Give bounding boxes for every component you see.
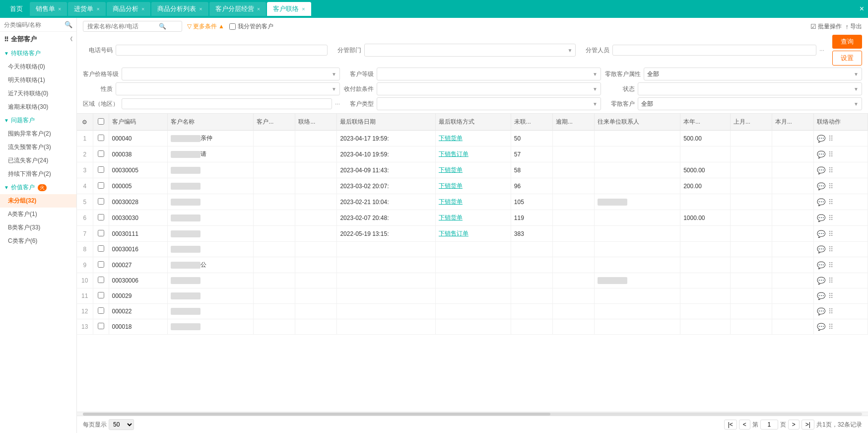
chat-icon[interactable]: 💬 bbox=[817, 150, 825, 158]
chat-icon[interactable]: 💬 bbox=[817, 166, 825, 174]
row-checkbox[interactable] bbox=[98, 182, 104, 189]
first-page-btn[interactable]: |< bbox=[724, 420, 737, 430]
th-checkbox[interactable] bbox=[93, 114, 109, 131]
reset-button[interactable]: 设置 bbox=[832, 51, 862, 66]
row-checkbox[interactable] bbox=[98, 261, 104, 268]
th-last-method[interactable]: 最后联络方式 bbox=[435, 114, 511, 131]
last-contact-method[interactable]: 下销售订单 bbox=[435, 146, 511, 162]
chat-icon[interactable]: 💬 bbox=[817, 182, 825, 190]
scrollbar-row[interactable] bbox=[77, 412, 868, 416]
sidebar-group-pending[interactable]: ▼ 待联络客户 bbox=[0, 47, 76, 60]
close-icon[interactable]: × bbox=[257, 6, 260, 12]
next-page-btn[interactable]: > bbox=[788, 420, 800, 430]
sidebar-item-churn-warn[interactable]: 流失预警客户(3) bbox=[0, 141, 76, 154]
chat-icon[interactable]: 💬 bbox=[817, 292, 825, 300]
sidebar-group-value[interactable]: ▼ 价值客户 火 bbox=[0, 181, 76, 194]
last-contact-method[interactable]: 下销货单 bbox=[435, 131, 511, 146]
last-contact-method[interactable] bbox=[435, 289, 511, 304]
sidebar-group-problem[interactable]: ▼ 问题客户 bbox=[0, 114, 76, 127]
customer-type-select[interactable]: ▼ bbox=[377, 97, 601, 110]
chat-icon[interactable]: 💬 bbox=[817, 323, 825, 331]
row-checkbox[interactable] bbox=[98, 323, 104, 329]
row-checkbox[interactable] bbox=[98, 292, 104, 298]
nav-tab-customer-contact[interactable]: 客户联络 × bbox=[267, 2, 311, 16]
close-all-icon[interactable]: × bbox=[860, 4, 864, 13]
prev-page-btn[interactable]: < bbox=[739, 420, 750, 430]
th-name[interactable]: 客户名称 bbox=[168, 114, 254, 131]
chat-icon[interactable]: 💬 bbox=[817, 230, 825, 238]
sidebar-item-churned[interactable]: 已流失客户(24) bbox=[0, 154, 76, 167]
sidebar-item-today[interactable]: 今天待联络(0) bbox=[0, 60, 76, 73]
sidebar-item-class-b[interactable]: B类客户(33) bbox=[0, 221, 76, 234]
page-size-select[interactable]: 50 20 100 bbox=[109, 419, 134, 430]
sidebar-all-customers[interactable]: ⠿ 全部客户 《 bbox=[0, 32, 76, 47]
method-link[interactable]: 下销售订单 bbox=[439, 150, 468, 157]
close-icon[interactable]: × bbox=[302, 6, 305, 12]
row-checkbox[interactable] bbox=[98, 166, 104, 173]
last-contact-method[interactable]: 下销货单 bbox=[435, 162, 511, 178]
last-contact-method[interactable] bbox=[435, 319, 511, 335]
nav-home[interactable]: 首页 bbox=[4, 4, 29, 13]
region-input[interactable] bbox=[122, 98, 332, 109]
last-page-btn[interactable]: >| bbox=[801, 420, 814, 430]
query-button[interactable]: 查询 bbox=[832, 35, 862, 49]
nav-tab-sales[interactable]: 销售单 × bbox=[30, 2, 67, 16]
th-code[interactable]: 客户编码 bbox=[109, 114, 168, 131]
grid-icon[interactable]: ⠿ bbox=[828, 150, 833, 158]
sidebar-item-overdue[interactable]: 逾期未联络(30) bbox=[0, 100, 76, 114]
th-overdue[interactable]: 逾期... bbox=[552, 114, 594, 131]
method-link[interactable]: 下销货单 bbox=[439, 135, 463, 142]
export-btn[interactable]: ↑ 导出 bbox=[846, 22, 863, 31]
batch-ops-btn[interactable]: ☑ 批量操作 bbox=[810, 22, 842, 31]
search-icon[interactable]: 🔍 bbox=[65, 21, 72, 28]
chat-icon[interactable]: 💬 bbox=[817, 198, 825, 206]
method-link[interactable]: 下销货单 bbox=[439, 214, 463, 221]
last-contact-method[interactable] bbox=[435, 304, 511, 319]
sidebar-item-class-a[interactable]: A类客户(1) bbox=[0, 208, 76, 221]
grid-icon[interactable]: ⠿ bbox=[828, 292, 833, 300]
sidebar-item-ungrouped[interactable]: 未分组(32) bbox=[0, 194, 76, 208]
method-link[interactable]: 下销货单 bbox=[439, 166, 463, 173]
last-contact-method[interactable]: 下销售订单 bbox=[435, 226, 511, 242]
row-checkbox[interactable] bbox=[98, 150, 104, 157]
sidebar-item-class-c[interactable]: C类客户(6) bbox=[0, 234, 76, 248]
th-last-month[interactable]: 上月... bbox=[730, 114, 772, 131]
row-checkbox[interactable] bbox=[98, 135, 104, 141]
row-checkbox[interactable] bbox=[98, 230, 104, 236]
method-link[interactable]: 下销货单 bbox=[439, 182, 463, 189]
th-this-month[interactable]: 本月... bbox=[772, 114, 813, 131]
close-icon[interactable]: × bbox=[141, 6, 144, 12]
grid-icon[interactable]: ⠿ bbox=[828, 214, 833, 222]
more-icon[interactable]: ··· bbox=[819, 47, 824, 54]
method-link[interactable]: 下销货单 bbox=[439, 198, 463, 205]
row-checkbox[interactable] bbox=[98, 245, 104, 252]
search-icon[interactable]: 🔍 bbox=[159, 23, 166, 30]
sidebar-item-declining[interactable]: 持续下滑客户(2) bbox=[0, 167, 76, 181]
grid-icon[interactable]: ⠿ bbox=[828, 198, 833, 206]
th-contact[interactable]: 联络... bbox=[295, 114, 337, 131]
method-link[interactable]: 下销售订单 bbox=[439, 230, 468, 237]
row-checkbox[interactable] bbox=[98, 307, 104, 314]
person-input[interactable] bbox=[612, 45, 816, 56]
more-icon[interactable]: ··· bbox=[335, 100, 340, 107]
last-contact-method[interactable] bbox=[435, 257, 511, 273]
row-checkbox[interactable] bbox=[98, 198, 104, 205]
my-customers-checkbox[interactable] bbox=[229, 23, 236, 30]
search-input[interactable] bbox=[87, 23, 157, 30]
nav-tab-purchase[interactable]: 进货单 × bbox=[68, 2, 105, 16]
last-contact-method[interactable]: 下销货单 bbox=[435, 194, 511, 210]
nature-select[interactable]: ▼ bbox=[116, 82, 340, 95]
grid-icon[interactable]: ⠿ bbox=[828, 307, 833, 315]
page-input[interactable] bbox=[760, 420, 778, 430]
close-icon[interactable]: × bbox=[58, 6, 61, 12]
grid-icon[interactable]: ⠿ bbox=[828, 245, 833, 253]
chat-icon[interactable]: 💬 bbox=[817, 245, 825, 253]
retail-attr-select[interactable]: 全部 ▼ bbox=[644, 68, 862, 80]
select-all-checkbox[interactable] bbox=[98, 118, 104, 125]
phone-input[interactable] bbox=[116, 45, 328, 56]
grid-icon[interactable]: ⠿ bbox=[828, 166, 833, 174]
chat-icon[interactable]: 💬 bbox=[817, 307, 825, 315]
grid-icon[interactable]: ⠿ bbox=[828, 135, 833, 143]
last-contact-method[interactable]: 下销货单 bbox=[435, 178, 511, 194]
th-unlinked[interactable]: 未联... bbox=[511, 114, 552, 131]
